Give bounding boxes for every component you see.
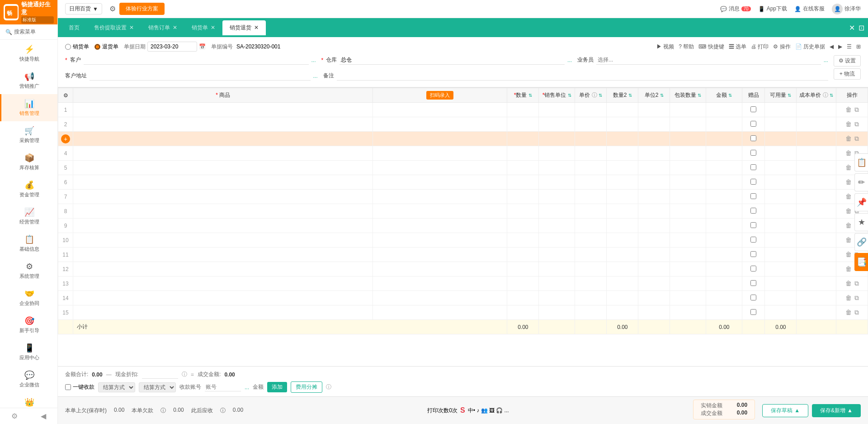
amount-sort-icon[interactable]: ⇅ xyxy=(728,93,732,98)
settings-side-btn[interactable]: ⚙ 设置 xyxy=(834,55,861,67)
delete-icon[interactable]: 🗑 xyxy=(845,251,852,258)
address-more-btn[interactable]: ... xyxy=(313,73,318,79)
list-view-btn[interactable]: ☰ xyxy=(847,43,852,50)
calendar-icon[interactable]: 📅 xyxy=(199,43,206,50)
delete-icon[interactable]: 🗑 xyxy=(845,207,852,215)
video-btn[interactable]: ▶ 视频 xyxy=(656,43,674,51)
fee-info-icon[interactable]: ⓘ xyxy=(326,383,331,391)
delete-icon[interactable]: 🗑 xyxy=(845,309,852,316)
message-btn[interactable]: 💬 消息 70 xyxy=(720,5,751,13)
sidebar-item-wechat[interactable]: 💬 企业微信 xyxy=(0,366,57,393)
cost-sort-icon[interactable]: ⇅ xyxy=(830,93,833,98)
pkg-cell[interactable] xyxy=(670,103,706,117)
delete-icon[interactable]: 🗑 xyxy=(845,280,852,287)
delete-icon[interactable]: 🗑 xyxy=(845,106,852,114)
gift-checkbox[interactable] xyxy=(750,164,756,170)
search-menu-btn[interactable]: 🔍 搜索菜单 xyxy=(0,24,57,40)
save-new-btn[interactable]: 保存&新增 ▲ xyxy=(812,404,861,417)
fee-split-btn[interactable]: 费用分摊 xyxy=(291,381,322,393)
price-sort-icon[interactable]: ⇅ xyxy=(599,93,602,98)
tab-sales-order-close[interactable]: ✕ xyxy=(173,24,177,31)
copy-icon[interactable]: ⧉ xyxy=(854,135,859,143)
avail-sort-icon[interactable]: ⇅ xyxy=(788,93,791,98)
right-panel-star-btn[interactable]: ★ xyxy=(854,213,868,231)
one-click-payment-checkbox[interactable]: 一键收款 xyxy=(65,383,94,391)
experience-btn[interactable]: 体验行业方案 xyxy=(119,3,165,15)
info-icon[interactable]: ⓘ xyxy=(182,371,187,378)
customer-more-btn[interactable]: ... xyxy=(311,57,316,63)
app-download-btn[interactable]: 📱 App下载 xyxy=(758,5,787,13)
sidebar-item-basic[interactable]: 📋 基础信息 xyxy=(0,230,57,257)
tab-sales-ship[interactable]: 销货单 ✕ xyxy=(184,20,222,35)
topbar-settings-icon[interactable]: ⚙ xyxy=(109,5,116,13)
gift-checkbox[interactable] xyxy=(750,121,756,127)
price-cell[interactable] xyxy=(575,103,607,117)
gift-checkbox[interactable] xyxy=(750,179,756,185)
delete-icon[interactable]: 🗑 xyxy=(845,135,852,143)
delete-icon[interactable]: 🗑 xyxy=(845,294,852,302)
tab-expand-btn[interactable]: ⊡ xyxy=(859,24,864,32)
add-row-btn[interactable]: + xyxy=(61,134,70,143)
sidebar-item-sales[interactable]: 📊 销售管理 xyxy=(0,94,57,121)
radio-sales[interactable]: 销货单 xyxy=(65,43,89,51)
one-click-payment-input[interactable] xyxy=(65,384,71,390)
gift-checkbox[interactable] xyxy=(750,150,756,156)
address-input[interactable] xyxy=(90,71,311,81)
account-input[interactable] xyxy=(205,383,241,391)
unit2-sort-icon[interactable]: ⇅ xyxy=(660,93,664,98)
right-panel-link-btn[interactable]: 🔗 xyxy=(854,233,868,251)
shortcut-key-btn[interactable]: ⌨ 快捷键 xyxy=(698,43,724,51)
delete-icon[interactable]: 🗑 xyxy=(845,236,852,244)
sidebar-item-purchase[interactable]: 🛒 采购管理 xyxy=(0,121,57,148)
radio-return[interactable]: 退货单 xyxy=(94,43,118,51)
delete-icon[interactable]: 🗑 xyxy=(845,149,852,157)
gift-checkbox[interactable] xyxy=(750,193,756,199)
sidebar-item-system[interactable]: ⚙ 系统管理 xyxy=(0,257,57,284)
product-cell[interactable] xyxy=(73,117,373,132)
delete-icon[interactable]: 🗑 xyxy=(845,178,852,186)
tab-price-set-close[interactable]: ✕ xyxy=(129,24,134,31)
payment-method-select[interactable]: 结算方式 xyxy=(98,382,135,392)
price-info-icon[interactable]: ⓘ xyxy=(592,92,597,98)
product-input-active[interactable] xyxy=(76,136,370,142)
product-input[interactable] xyxy=(76,107,370,113)
tab-sales-return-close[interactable]: ✕ xyxy=(254,24,259,31)
copy-icon[interactable]: ⧉ xyxy=(854,309,859,316)
tab-sales-return[interactable]: 销货退货 ✕ xyxy=(222,20,266,35)
cash-discount-input[interactable] xyxy=(142,370,178,379)
user-profile-btn[interactable]: 👤 徐泽华 xyxy=(832,4,861,14)
add-row-cell[interactable]: + xyxy=(58,132,73,146)
copy-icon[interactable]: ⧉ xyxy=(854,120,859,128)
delete-icon[interactable]: 🗑 xyxy=(845,265,852,273)
calc-method-select[interactable]: 结算方式 xyxy=(139,382,176,392)
right-panel-edit-btn[interactable]: ✏ xyxy=(854,173,868,191)
unit-sort-icon[interactable]: ⇅ xyxy=(568,93,571,98)
qty2-sort-icon[interactable]: ⇅ xyxy=(628,93,632,98)
prev-doc-btn[interactable]: ◀ xyxy=(830,43,834,50)
cost-info-icon[interactable]: ⓘ xyxy=(823,92,828,98)
detail-view-btn[interactable]: ⊞ xyxy=(856,43,861,50)
delete-icon[interactable]: 🗑 xyxy=(845,120,852,128)
tab-close-btn[interactable]: ✕ xyxy=(849,24,855,32)
gift-checkbox[interactable] xyxy=(750,266,756,272)
cost-cell[interactable] xyxy=(797,103,836,117)
tab-sales-ship-close[interactable]: ✕ xyxy=(211,24,215,31)
product-cell[interactable] xyxy=(73,103,373,117)
pkg-sort-icon[interactable]: ⇅ xyxy=(698,93,701,98)
warehouse-more-btn[interactable]: ... xyxy=(567,57,572,63)
right-panel-active-btn[interactable]: 📑 xyxy=(854,253,868,271)
delete-icon[interactable]: 🗑 xyxy=(845,193,852,200)
amount-cell[interactable] xyxy=(706,103,742,117)
gift-checkbox[interactable] xyxy=(750,237,756,243)
help-btn[interactable]: ? 帮助 xyxy=(679,43,694,51)
sidebar-item-operation[interactable]: 📈 经营管理 xyxy=(0,203,57,230)
gift-checkbox[interactable] xyxy=(750,222,756,228)
account-more-btn[interactable]: ... xyxy=(245,384,249,391)
gift-checkbox[interactable] xyxy=(750,135,756,141)
sidebar-item-newbie[interactable]: 🎯 新手引导 xyxy=(0,311,57,338)
date-input[interactable] xyxy=(147,42,197,52)
radio-sales-input[interactable] xyxy=(65,44,71,50)
copy-icon[interactable]: ⧉ xyxy=(854,106,859,114)
copy-icon[interactable]: ⧉ xyxy=(854,280,859,287)
radio-return-input[interactable] xyxy=(94,44,100,50)
